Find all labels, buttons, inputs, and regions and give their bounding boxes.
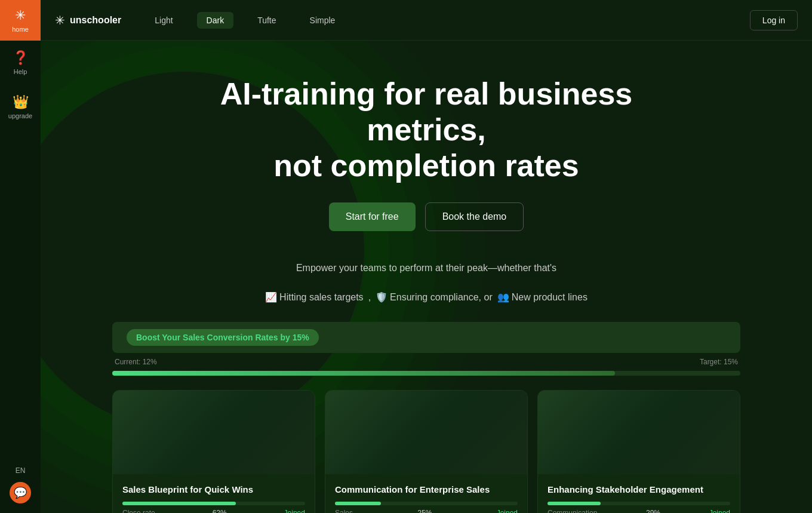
progress-bar-fill	[112, 371, 615, 376]
card-title-2: Communication for Enterprise Sales	[335, 484, 518, 496]
card-progress-fill-3	[548, 502, 601, 505]
card-body-3: Enhancing Stakeholder Engagement Communi…	[538, 474, 740, 513]
cards-section: Sales Blueprint for Quick Wins Close rat…	[41, 390, 812, 513]
sidebar-help-label: Help	[14, 68, 27, 75]
card-title-3: Enhancing Stakeholder Engagement	[548, 484, 730, 496]
nav-simple-button[interactable]: Simple	[300, 12, 345, 29]
feature-compliance: 🛡️ Ensuring compliance, or	[376, 291, 493, 303]
hero-tagline: Empower your teams to perform at their p…	[296, 260, 556, 277]
card-meta-label-1: Close rate	[122, 509, 155, 513]
people-icon: 👥	[497, 291, 509, 303]
card-meta-1: Close rate 62% Joined	[122, 509, 305, 513]
card-meta-2: Sales 25% Joined	[335, 509, 518, 513]
login-button[interactable]: Log in	[750, 10, 798, 30]
main-content: ✳ unschooler Light Dark Tufte Simple Log…	[41, 0, 812, 513]
progress-section: Boost Your Sales Conversion Rates by 15%…	[41, 322, 812, 380]
feature-sales: 📈 Hitting sales targets	[265, 291, 364, 303]
hero-buttons: Start for free Book the demo	[329, 202, 524, 231]
sidebar-home[interactable]: ✳ home	[0, 0, 41, 41]
card-image-1	[113, 391, 315, 474]
help-icon: ❓	[13, 50, 29, 66]
card-meta-label-3: Communication	[548, 509, 597, 513]
course-card-3: Enhancing Stakeholder Engagement Communi…	[537, 390, 740, 513]
hero-section: AI-training for real business metrics, n…	[41, 41, 812, 513]
star-icon: ✳	[15, 8, 26, 23]
upgrade-icon: 👑	[13, 94, 29, 110]
logo-star-icon: ✳	[55, 13, 65, 27]
card-progress-bar-3	[548, 502, 730, 505]
course-card-2: Communication for Enterprise Sales Sales…	[325, 390, 528, 513]
hero-features: 📈 Hitting sales targets , 🛡️ Ensuring co…	[265, 291, 588, 303]
card-image-3	[538, 391, 740, 474]
logo-text: unschooler	[70, 15, 121, 26]
hero-title: AI-training for real business metrics, n…	[158, 76, 695, 183]
progress-current-label: Current: 12%	[115, 358, 157, 366]
card-joined-3: Joined	[709, 509, 730, 513]
card-meta-3: Communication 29% Joined	[548, 509, 730, 513]
hero-title-line2: not completion rates	[273, 148, 579, 183]
progress-target-label: Target: 15%	[700, 358, 738, 366]
start-free-button[interactable]: Start for free	[329, 202, 416, 231]
card-image-2	[325, 391, 527, 474]
card-progress-fill-2	[335, 502, 381, 505]
shield-icon: 🛡️	[376, 291, 387, 303]
nav-dark-button[interactable]: Dark	[197, 12, 234, 29]
feature-separator-1: ,	[368, 292, 371, 303]
card-pct-1: 62%	[213, 509, 227, 513]
card-body-1: Sales Blueprint for Quick Wins Close rat…	[113, 474, 315, 513]
sidebar-lang: EN	[16, 466, 26, 475]
course-card-1: Sales Blueprint for Quick Wins Close rat…	[112, 390, 315, 513]
chat-icon: 💬	[14, 486, 27, 499]
card-joined-2: Joined	[497, 509, 518, 513]
sidebar: ✳ home ❓ Help 👑 upgrade EN 💬	[0, 0, 41, 513]
hero-content: AI-training for real business metrics, n…	[41, 41, 812, 513]
header: ✳ unschooler Light Dark Tufte Simple Log…	[41, 0, 812, 41]
card-title-1: Sales Blueprint for Quick Wins	[122, 484, 305, 496]
progress-pill: Boost Your Sales Conversion Rates by 15%	[127, 329, 319, 346]
progress-headline: Boost Your Sales Conversion Rates by 15%	[112, 322, 740, 353]
card-pct-2: 25%	[417, 509, 432, 513]
hero-title-line1: AI-training for real business metrics,	[220, 76, 633, 147]
sidebar-home-label: home	[12, 26, 29, 33]
nav-tufte-button[interactable]: Tufte	[248, 12, 285, 29]
sidebar-chat-button[interactable]: 💬	[10, 482, 31, 503]
nav-light-button[interactable]: Light	[145, 12, 182, 29]
feature-sales-text: Hitting sales targets	[279, 292, 364, 303]
logo: ✳ unschooler	[55, 13, 121, 27]
card-joined-1: Joined	[284, 509, 305, 513]
card-progress-bar-1	[122, 502, 305, 505]
feature-compliance-text: Ensuring compliance, or	[390, 292, 493, 303]
feature-products-text: New product lines	[512, 292, 588, 303]
progress-labels: Current: 12% Target: 15%	[112, 358, 740, 366]
progress-bar-track	[112, 371, 740, 376]
card-body-2: Communication for Enterprise Sales Sales…	[325, 474, 527, 513]
card-meta-label-2: Sales	[335, 509, 353, 513]
sidebar-bottom: EN 💬	[10, 466, 31, 513]
card-progress-fill-1	[122, 502, 236, 505]
sidebar-upgrade-label: upgrade	[8, 112, 32, 119]
card-progress-bar-2	[335, 502, 518, 505]
sidebar-upgrade[interactable]: 👑 upgrade	[8, 85, 32, 129]
feature-products: 👥 New product lines	[497, 291, 588, 303]
book-demo-button[interactable]: Book the demo	[425, 202, 524, 231]
sidebar-help[interactable]: ❓ Help	[13, 41, 29, 85]
card-pct-3: 29%	[646, 509, 660, 513]
chart-icon: 📈	[265, 291, 277, 303]
